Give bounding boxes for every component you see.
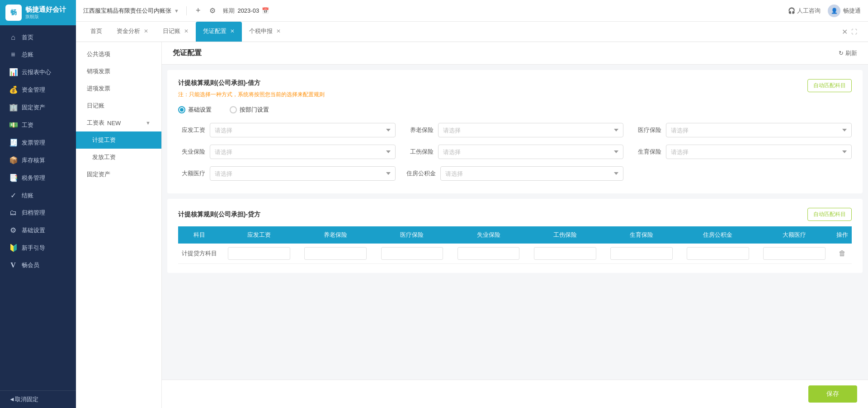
field-unemployment-label: 失业保险 — [178, 148, 205, 156]
add-company-btn[interactable]: + — [194, 6, 203, 15]
tab-voucher-label: 凭证配置 — [203, 27, 226, 35]
tab-fund-label: 资金分析 — [117, 27, 140, 35]
field-salary-select[interactable]: 请选择 — [210, 123, 396, 137]
period-value: 2023-03 — [237, 7, 259, 14]
sidebar-item-guide[interactable]: 🔰 新手引导 — [0, 239, 76, 257]
tab-voucher-close[interactable]: ✕ — [230, 28, 235, 34]
sidebar-item-label: 畅会员 — [22, 261, 39, 269]
cell-unemployment — [450, 244, 527, 264]
field-bigmedical-label: 大额医疗 — [178, 169, 205, 178]
input-bigmedical[interactable] — [763, 247, 826, 260]
sidebar-item-fund[interactable]: 💰 资金管理 — [0, 81, 76, 98]
service-btn[interactable]: 🎧 人工咨询 — [788, 7, 821, 15]
salary-icon: 💵 — [9, 121, 17, 129]
cancel-fixed-btn[interactable]: ◄取消固定 — [0, 390, 76, 408]
tab-voucher[interactable]: 凭证配置 ✕ — [196, 22, 242, 42]
sidebar-item-settings[interactable]: ⚙ 基础设置 — [0, 221, 76, 239]
sidebar-item-archive[interactable]: 🗂 归档管理 — [0, 204, 76, 221]
left-nav-payroll-header[interactable]: 工资表 NEW ▼ — [76, 114, 161, 131]
left-nav-purchase[interactable]: 进项发票 — [76, 80, 161, 97]
field-housing-select[interactable]: 请选择 — [440, 166, 624, 181]
sidebar-item-closing[interactable]: ✓ 结账 — [0, 187, 76, 204]
radio-basic[interactable]: 基础设置 — [178, 106, 212, 114]
sidebar-item-assets[interactable]: 🏢 固定资产 — [0, 98, 76, 116]
left-nav-payroll-calc[interactable]: 计提工资 — [76, 131, 161, 149]
fund-icon: 💰 — [9, 85, 17, 94]
save-button[interactable]: 保存 — [808, 385, 857, 403]
closing-icon: ✓ — [9, 191, 17, 200]
left-nav-payroll-pay[interactable]: 发放工资 — [76, 149, 161, 166]
input-housing[interactable] — [687, 247, 749, 260]
credit-section-title: 计提核算规则(公司承担)-贷方 — [178, 211, 260, 219]
sidebar-item-tax[interactable]: 📑 税务管理 — [0, 169, 76, 187]
refresh-btn[interactable]: ↻ 刷新 — [839, 49, 857, 57]
tab-home[interactable]: 首页 — [83, 22, 109, 42]
field-unemployment-select[interactable]: 请选择 — [210, 145, 396, 159]
left-nav-sales-label: 销项发票 — [87, 67, 110, 75]
tab-journal[interactable]: 日记账 ✕ — [156, 22, 196, 42]
col-subject: 科目 — [178, 226, 221, 244]
sidebar-item-inventory[interactable]: 📦 库存核算 — [0, 151, 76, 169]
cancel-fixed-label: ◄取消固定 — [9, 395, 38, 403]
sidebar-item-label: 税务管理 — [22, 174, 45, 182]
cell-action: 🗑 — [833, 244, 852, 264]
left-nav-journal[interactable]: 日记账 — [76, 97, 161, 114]
tab-tax-label: 个税申报 — [249, 27, 273, 35]
delete-row-btn[interactable]: 🗑 — [839, 249, 846, 257]
input-maternity[interactable] — [610, 247, 673, 260]
debit-auto-match-btn[interactable]: 自动匹配科目 — [807, 79, 852, 92]
app-name: 畅捷通好会计 — [25, 5, 66, 14]
input-injury[interactable] — [534, 247, 596, 260]
user-menu[interactable]: 👤 畅捷通 — [828, 5, 861, 17]
sidebar-item-salary[interactable]: 💵 工资 — [0, 116, 76, 134]
left-nav-sales[interactable]: 销项发票 — [76, 63, 161, 80]
settings-gear-btn[interactable]: ⚙ — [209, 6, 216, 15]
field-bigmedical-select[interactable]: 请选择 — [210, 166, 396, 181]
calendar-icon[interactable]: 📅 — [262, 7, 269, 14]
col-housing: 住房公积金 — [679, 226, 756, 244]
field-pension-select[interactable]: 请选择 — [438, 123, 624, 137]
sidebar-item-label: 总账 — [22, 51, 33, 59]
debit-form-grid: 应发工资 请选择 养老保险 请选择 医疗保险 请选 — [178, 123, 852, 181]
field-medical-select[interactable]: 请选择 — [666, 123, 852, 137]
field-salary: 应发工资 请选择 — [178, 123, 396, 137]
input-pension[interactable] — [304, 247, 367, 260]
debit-section-note: 注：只能选择一种方式，系统将按照您当前的选择来配置规则 — [178, 91, 325, 98]
left-nav-fixed-assets[interactable]: 固定资产 — [76, 166, 161, 183]
chevron-down-icon: ▼ — [174, 8, 179, 14]
input-medical[interactable] — [381, 247, 443, 260]
company-selector[interactable]: 江西服宝精品有限责任公司内账张 ▼ — [83, 7, 179, 15]
sidebar-item-home[interactable]: ⌂ 首页 — [0, 29, 76, 46]
credit-auto-match-btn[interactable]: 自动匹配科目 — [807, 208, 852, 221]
cell-injury — [527, 244, 603, 264]
radio-dept[interactable]: 按部门设置 — [230, 106, 269, 114]
sidebar-item-vip[interactable]: V 畅会员 — [0, 257, 76, 274]
credit-section-header: 计提核算规则(公司承担)-贷方 自动匹配科目 — [178, 208, 852, 221]
period-selector[interactable]: 账期 2023-03 📅 — [223, 7, 269, 15]
field-injury-select[interactable]: 请选择 — [438, 145, 624, 159]
close-window-icon[interactable]: ✕ — [842, 28, 848, 36]
left-nav-public[interactable]: 公共选项 — [76, 46, 161, 63]
maximize-icon[interactable]: ⛶ — [851, 28, 857, 35]
sidebar-item-invoice[interactable]: 🧾 发票管理 — [0, 134, 76, 151]
sidebar-item-reports[interactable]: 📊 云报表中心 — [0, 63, 76, 81]
tab-bar-actions: ✕ ⛶ — [838, 28, 861, 36]
input-unemployment[interactable] — [458, 247, 520, 260]
guide-icon: 🔰 — [9, 244, 17, 252]
col-pension: 养老保险 — [297, 226, 374, 244]
archive-icon: 🗂 — [9, 209, 17, 217]
debit-section: 计提核算规则(公司承担)-借方 注：只能选择一种方式，系统将按照您当前的选择来配… — [167, 70, 863, 193]
refresh-icon: ↻ — [839, 50, 844, 56]
sidebar-nav: ⌂ 首页 ≡ 总账 📊 云报表中心 💰 资金管理 🏢 固定资产 💵 工资 🧾 发… — [0, 25, 76, 390]
tab-fund-close[interactable]: ✕ — [144, 28, 148, 34]
tab-tax[interactable]: 个税申报 ✕ — [242, 22, 288, 42]
field-maternity-select[interactable]: 请选择 — [666, 145, 852, 159]
tab-tax-close[interactable]: ✕ — [276, 28, 281, 34]
tab-journal-close[interactable]: ✕ — [184, 28, 189, 34]
field-maternity-label: 生育保险 — [634, 148, 661, 156]
input-salary[interactable] — [228, 247, 290, 260]
tab-fund[interactable]: 资金分析 ✕ — [109, 22, 156, 42]
tax-icon: 📑 — [9, 174, 17, 182]
divider-1 — [186, 6, 187, 15]
sidebar-item-ledger[interactable]: ≡ 总账 — [0, 46, 76, 63]
